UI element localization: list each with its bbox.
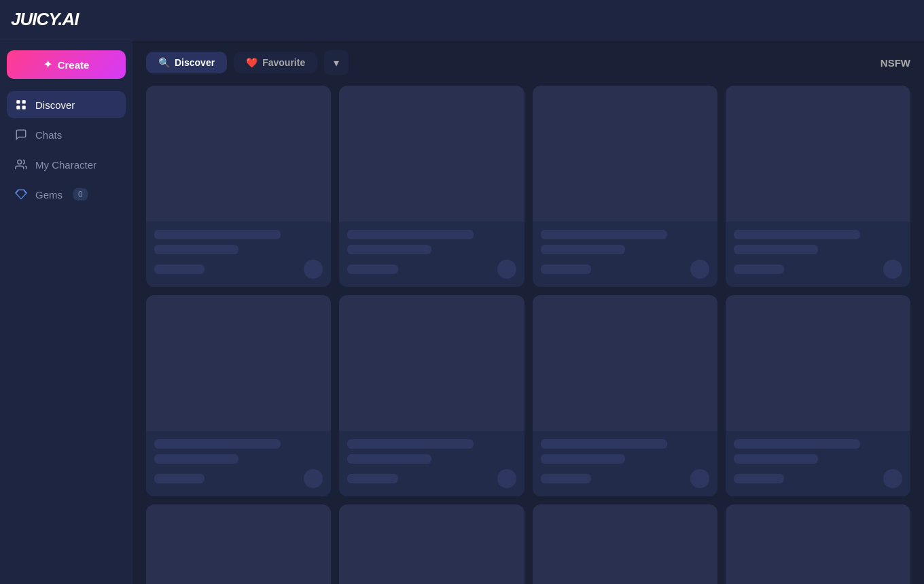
card-image-placeholder bbox=[533, 295, 717, 431]
card-image-placeholder bbox=[339, 86, 524, 222]
svg-rect-1 bbox=[22, 100, 26, 103]
card-subtitle-skeleton bbox=[154, 454, 238, 464]
card[interactable] bbox=[533, 295, 717, 496]
card-tag-skeleton bbox=[734, 264, 784, 274]
sidebar-item-my-character-label: My Character bbox=[35, 159, 96, 171]
more-options-button[interactable]: ▾ bbox=[324, 50, 349, 75]
card-info bbox=[726, 222, 910, 287]
card[interactable] bbox=[339, 86, 524, 287]
card[interactable] bbox=[339, 504, 524, 584]
card-subtitle-skeleton bbox=[541, 454, 625, 464]
sidebar-item-discover-label: Discover bbox=[35, 99, 75, 111]
card-avatar-skeleton bbox=[883, 260, 902, 279]
create-label: Create bbox=[58, 59, 90, 71]
card[interactable] bbox=[533, 86, 717, 287]
logo[interactable]: JUICY.AI bbox=[11, 9, 78, 30]
card-tag-skeleton bbox=[154, 474, 205, 483]
header: JUICY.AI bbox=[0, 0, 924, 39]
sidebar-nav: Discover Chats bbox=[7, 91, 126, 211]
card-tag-skeleton bbox=[541, 264, 591, 274]
card-avatar-skeleton bbox=[883, 469, 902, 488]
card-title-skeleton bbox=[154, 439, 281, 449]
card[interactable] bbox=[339, 295, 524, 496]
card-avatar-skeleton bbox=[304, 469, 323, 488]
sidebar: ✦ Create Discover bbox=[0, 39, 132, 584]
card-info bbox=[533, 222, 717, 287]
card-image-placeholder bbox=[726, 86, 910, 222]
card-subtitle-skeleton bbox=[347, 454, 431, 464]
sidebar-item-gems[interactable]: Gems 0 bbox=[7, 181, 126, 208]
sidebar-item-chats[interactable]: Chats bbox=[7, 121, 126, 148]
card-tag-skeleton bbox=[154, 264, 205, 274]
card-image-placeholder bbox=[533, 504, 717, 584]
favourite-tab-icon: ❤️ bbox=[246, 57, 257, 68]
svg-rect-3 bbox=[22, 106, 26, 109]
gems-badge: 0 bbox=[73, 188, 88, 201]
card[interactable] bbox=[726, 86, 910, 287]
card-subtitle-skeleton bbox=[154, 245, 238, 254]
card-info bbox=[146, 222, 331, 287]
card-image-placeholder bbox=[146, 504, 331, 584]
svg-rect-2 bbox=[16, 106, 20, 109]
card-avatar-skeleton bbox=[497, 469, 516, 488]
person-icon bbox=[15, 158, 27, 171]
card-image-placeholder bbox=[146, 86, 331, 222]
sidebar-item-my-character[interactable]: My Character bbox=[7, 151, 126, 178]
card-info bbox=[726, 431, 910, 496]
sidebar-item-chats-label: Chats bbox=[35, 129, 62, 141]
create-button[interactable]: ✦ Create bbox=[7, 50, 126, 79]
card-avatar-skeleton bbox=[304, 260, 323, 279]
card-footer bbox=[734, 260, 902, 279]
topbar-left: 🔍 Discover ❤️ Favourite ▾ bbox=[146, 50, 349, 75]
card-image-placeholder bbox=[339, 504, 524, 584]
card-footer bbox=[154, 469, 323, 488]
card-image-placeholder bbox=[726, 295, 910, 431]
card-title-skeleton bbox=[541, 230, 667, 239]
card-footer bbox=[734, 469, 902, 488]
card-subtitle-skeleton bbox=[734, 454, 818, 464]
card-tag-skeleton bbox=[347, 264, 397, 274]
card-image-placeholder bbox=[726, 504, 910, 584]
card-image-placeholder bbox=[339, 295, 524, 431]
card-footer bbox=[347, 469, 516, 488]
card-tag-skeleton bbox=[541, 474, 591, 483]
card-title-skeleton bbox=[734, 230, 860, 239]
card-subtitle-skeleton bbox=[541, 245, 625, 254]
card-title-skeleton bbox=[154, 230, 281, 239]
gem-icon bbox=[15, 188, 27, 201]
card-tag-skeleton bbox=[734, 474, 784, 483]
logo-text: JUICY.AI bbox=[11, 9, 78, 29]
card-info bbox=[533, 431, 717, 496]
create-icon: ✦ bbox=[43, 58, 52, 71]
card-subtitle-skeleton bbox=[734, 245, 818, 254]
tab-favourite[interactable]: ❤️ Favourite bbox=[234, 52, 317, 73]
main-layout: ✦ Create Discover bbox=[0, 39, 924, 584]
card[interactable] bbox=[146, 295, 331, 496]
card-title-skeleton bbox=[347, 439, 474, 449]
card-avatar-skeleton bbox=[690, 260, 709, 279]
card[interactable] bbox=[726, 504, 910, 584]
card[interactable] bbox=[726, 295, 910, 496]
chat-icon bbox=[15, 128, 27, 141]
card-info bbox=[339, 222, 524, 287]
card-title-skeleton bbox=[541, 439, 667, 449]
card-footer bbox=[154, 260, 323, 279]
card-info bbox=[146, 431, 331, 496]
topbar: 🔍 Discover ❤️ Favourite ▾ NSFW bbox=[146, 50, 910, 75]
sidebar-item-discover[interactable]: Discover bbox=[7, 91, 126, 118]
discover-tab-icon: 🔍 bbox=[158, 57, 170, 68]
tab-discover[interactable]: 🔍 Discover bbox=[146, 52, 227, 73]
grid-icon bbox=[15, 99, 27, 111]
main-content: 🔍 Discover ❤️ Favourite ▾ NSFW bbox=[132, 39, 924, 584]
card[interactable] bbox=[146, 504, 331, 584]
card-image-placeholder bbox=[146, 295, 331, 431]
card[interactable] bbox=[533, 504, 717, 584]
card-title-skeleton bbox=[734, 439, 860, 449]
card-tag-skeleton bbox=[347, 474, 397, 483]
card-info bbox=[339, 431, 524, 496]
cards-grid bbox=[146, 86, 910, 584]
card-footer bbox=[347, 260, 516, 279]
card[interactable] bbox=[146, 86, 331, 287]
card-subtitle-skeleton bbox=[347, 245, 431, 254]
card-avatar-skeleton bbox=[690, 469, 709, 488]
